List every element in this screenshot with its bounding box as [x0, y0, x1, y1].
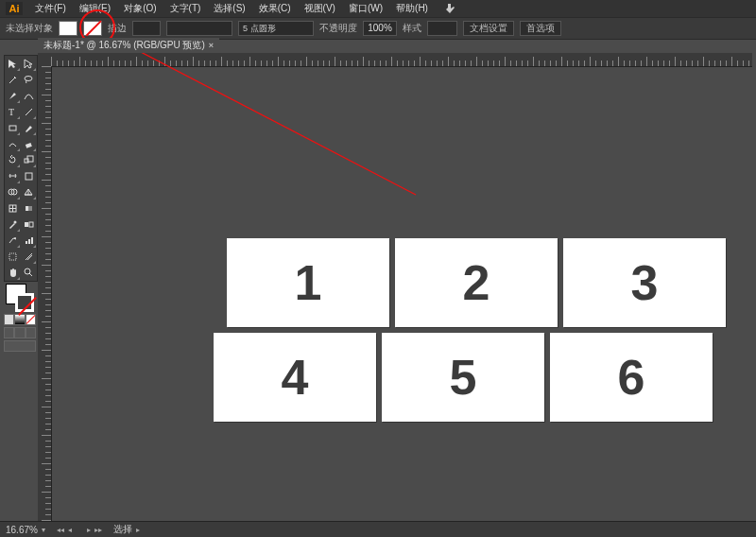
chevron-left-icon: ◂: [68, 526, 72, 534]
chevron-right-icon: ▸: [136, 526, 140, 534]
menu-select[interactable]: 选择(S): [207, 0, 251, 17]
svg-rect-4: [26, 143, 32, 148]
zoom-value: 16.67%: [6, 525, 38, 535]
brush-shape-dropdown[interactable]: 5 点圆形: [238, 21, 314, 36]
svg-rect-15: [29, 222, 33, 227]
paintbrush-tool[interactable]: [21, 120, 37, 136]
menu-type[interactable]: 文字(T): [163, 0, 208, 17]
ruler-horizontal[interactable]: [51, 53, 752, 67]
artboard-nav[interactable]: ◂◂ ◂ ▸ ▸▸: [57, 526, 102, 534]
artboard-6[interactable]: 6: [550, 333, 713, 422]
menu-help[interactable]: 帮助(H): [389, 0, 435, 17]
doc-setup-button[interactable]: 文档设置: [463, 21, 514, 36]
svg-rect-20: [9, 253, 16, 260]
none-mode-button[interactable]: [26, 314, 36, 325]
selection-tool[interactable]: [5, 56, 21, 72]
mesh-tool[interactable]: [5, 200, 21, 217]
stroke-swatch[interactable]: [83, 21, 102, 36]
shaper-tool[interactable]: [5, 136, 21, 152]
zoom-tool[interactable]: [21, 265, 37, 281]
direct-selection-tool[interactable]: [21, 56, 37, 72]
shape-builder-tool[interactable]: [5, 184, 21, 200]
rectangle-tool[interactable]: [5, 120, 21, 136]
svg-rect-17: [26, 241, 27, 244]
menu-effect[interactable]: 效果(C): [252, 0, 298, 17]
artboard-1[interactable]: 1: [227, 238, 389, 327]
menu-view[interactable]: 视图(V): [298, 0, 342, 17]
free-transform-tool[interactable]: [21, 168, 37, 184]
status-tool-label: 选择: [113, 523, 132, 536]
ruler-origin[interactable]: [38, 53, 52, 67]
app-badge: Ai: [6, 2, 23, 15]
svg-point-16: [14, 237, 16, 239]
zoom-level[interactable]: 16.67% ▾: [6, 525, 45, 535]
svg-rect-18: [28, 239, 30, 244]
menu-file[interactable]: 文件(F): [28, 0, 73, 17]
hand-tool[interactable]: [5, 265, 21, 281]
line-tool[interactable]: [21, 104, 37, 120]
svg-line-2: [26, 109, 32, 115]
chevron-right-icon: ▸: [87, 526, 91, 534]
svg-rect-14: [25, 222, 28, 227]
menu-object[interactable]: 对象(O): [117, 0, 163, 17]
artboard-2[interactable]: 2: [395, 238, 558, 327]
column-graph-tool[interactable]: [21, 233, 37, 249]
next-icon: ▸▸: [94, 526, 102, 534]
menu-edit[interactable]: 编辑(E): [73, 0, 117, 17]
close-icon[interactable]: ×: [209, 41, 214, 50]
blend-tool[interactable]: [21, 217, 37, 233]
artboard-3[interactable]: 3: [563, 238, 726, 327]
artboard-5[interactable]: 5: [382, 333, 544, 422]
ruler-vertical[interactable]: [38, 66, 52, 522]
artboard-tool[interactable]: [5, 249, 21, 265]
draw-normal-button[interactable]: [4, 327, 14, 338]
status-tool[interactable]: 选择 ▸: [113, 523, 140, 536]
tool-panel: T: [4, 55, 38, 282]
svg-point-13: [14, 221, 17, 224]
width-tool[interactable]: [5, 168, 21, 184]
menu-window[interactable]: 窗口(W): [342, 0, 389, 17]
draw-behind-button[interactable]: [14, 327, 25, 338]
canvas-region[interactable]: 1 2 3 4 5 6: [38, 53, 752, 522]
eyedropper-tool[interactable]: [5, 217, 21, 233]
lasso-tool[interactable]: [21, 72, 37, 88]
preferences-button[interactable]: 首选项: [520, 21, 561, 36]
brush-shape-value: 5 点圆形: [243, 23, 276, 35]
fill-swatch[interactable]: [59, 21, 77, 36]
no-selection-label: 未选择对象: [6, 22, 53, 35]
screen-mode-button[interactable]: [4, 340, 36, 352]
draw-inside-button[interactable]: [26, 327, 36, 338]
type-tool[interactable]: T: [5, 104, 21, 120]
document-tab[interactable]: 未标题-1* @ 16.67% (RGB/GPU 预览) ×: [38, 38, 219, 53]
perspective-tool[interactable]: [21, 184, 37, 200]
artboard-4[interactable]: 4: [214, 333, 376, 422]
style-label: 样式: [403, 22, 421, 35]
svg-line-23: [113, 53, 416, 195]
chevron-down-icon: ▾: [42, 526, 45, 534]
fill-stroke-block: [4, 282, 36, 352]
eraser-tool[interactable]: [21, 136, 37, 152]
rotate-tool[interactable]: [5, 152, 21, 168]
scale-tool[interactable]: [21, 152, 37, 168]
document-tab-strip: 未标题-1* @ 16.67% (RGB/GPU 预览) ×: [38, 38, 219, 53]
pen-tool[interactable]: [5, 88, 21, 104]
color-mode-button[interactable]: [4, 314, 14, 325]
curvature-tool[interactable]: [21, 88, 37, 104]
gradient-mode-button[interactable]: [14, 314, 25, 325]
stroke-width-input[interactable]: [132, 21, 161, 36]
options-bar: 未选择对象 描边 5 点圆形 不透明度 100% 样式 文档设置 首选项: [0, 17, 756, 40]
slice-tool[interactable]: [21, 249, 37, 265]
stroke-color-swatch[interactable]: [15, 293, 34, 312]
document-tab-title: 未标题-1* @ 16.67% (RGB/GPU 预览): [43, 39, 205, 52]
touch-workspace-icon[interactable]: [444, 2, 457, 15]
svg-text:T: T: [9, 107, 14, 117]
magic-wand-tool[interactable]: [5, 72, 21, 88]
opacity-input[interactable]: 100%: [363, 21, 397, 36]
svg-line-22: [29, 273, 32, 276]
symbol-sprayer-tool[interactable]: [5, 233, 21, 249]
none-icon: [86, 20, 102, 36]
brush-profile-dropdown[interactable]: [166, 21, 232, 36]
style-dropdown[interactable]: [427, 21, 457, 36]
artboard-grid: 1 2 3 4 5 6: [227, 238, 737, 427]
gradient-tool[interactable]: [21, 200, 37, 217]
